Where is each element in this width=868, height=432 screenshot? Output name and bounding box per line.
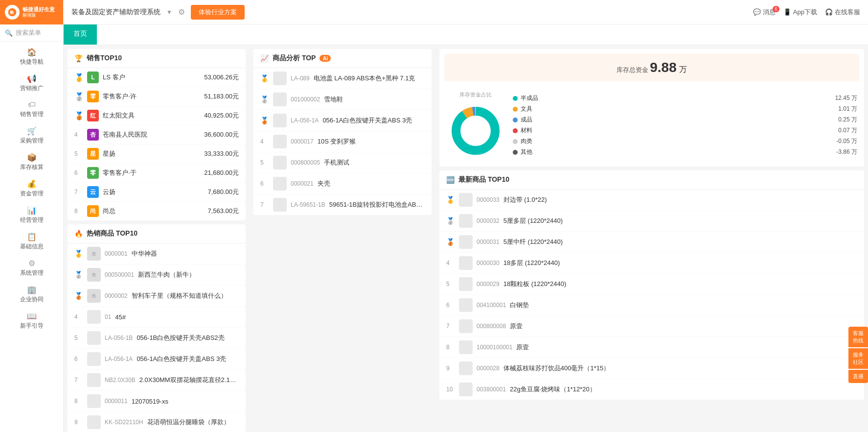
ranking-list-item[interactable]: 5 000800005 手机测试 bbox=[253, 152, 432, 173]
product-code: 10000100001 bbox=[477, 344, 512, 351]
customer-list-item[interactable]: 7 云 云扬 7,680.00元 bbox=[68, 183, 246, 202]
new-product-list-item[interactable]: 8 10000100001 原壹 bbox=[439, 337, 864, 358]
app-download-btn[interactable]: 📱 App下载 bbox=[783, 8, 817, 17]
search-menu[interactable]: 🔍 搜索菜单 bbox=[0, 24, 63, 42]
hot-product-list-item[interactable]: 8 0000011 12070519-xs bbox=[68, 391, 246, 412]
product-ranking-panel: 📈 商品分析 TOP Ai 🥇 LA-089 电池盖 LA-089 ABS本色+… bbox=[253, 49, 432, 215]
sidebar-item-base-info[interactable]: 📋 基础信息 bbox=[0, 228, 63, 255]
product-img-placeholder bbox=[87, 415, 101, 429]
customer-list-item[interactable]: 🥈 零 零售客户·许 51,183.00元 bbox=[68, 87, 246, 106]
sidebar-item-operations[interactable]: 📊 经营管理 bbox=[0, 202, 63, 228]
operations-icon: 📊 bbox=[27, 206, 37, 215]
marketing-icon: 📢 bbox=[27, 74, 37, 83]
customer-list-item[interactable]: 4 杏 苍南县人民医院 36,600.00元 bbox=[68, 125, 246, 144]
ranking-list-item[interactable]: 4 0000017 10S 变刹罗猴 bbox=[253, 131, 432, 152]
product-img-placeholder bbox=[87, 310, 101, 324]
dropdown-arrow-icon[interactable]: ▼ bbox=[166, 9, 172, 16]
sidebar-item-inventory[interactable]: 📦 库存核算 bbox=[0, 149, 63, 175]
product-name: 雪地鞋 bbox=[324, 95, 425, 104]
rank-num: 6 bbox=[74, 169, 83, 176]
legend-value: -3.86 万 bbox=[836, 148, 857, 156]
product-img-placeholder bbox=[273, 198, 287, 212]
ranking-list-item[interactable]: 🥇 LA-089 电池盖 LA-089 ABS本色+黑种 7.1克 bbox=[253, 68, 432, 89]
legend-value: 12.45 万 bbox=[835, 94, 857, 102]
inventory-title: 库存总资金 bbox=[617, 66, 648, 73]
new-product-list-item[interactable]: 10 003800001 22g鱼豆腐·烧烤味（1*12*20） bbox=[439, 379, 864, 400]
fire-icon: 🔥 bbox=[74, 230, 83, 238]
hot-product-list-item[interactable]: 5 LA-056-1B 056-1B白色按键开关壳ABS2壳 bbox=[68, 328, 246, 349]
ranking-list-item[interactable]: 7 LA-59651-1B 59651-1B旋转投影灯电池盒ABS黑色+58壳 bbox=[253, 194, 432, 215]
float-service-community[interactable]: 服务社区 bbox=[848, 348, 868, 369]
hot-product-list-item[interactable]: 9 KK-SD22110H 花语萌恒温分腿睡袋（厚款） bbox=[68, 412, 246, 432]
ranking-list-item[interactable]: 🥈 001000002 雪地鞋 bbox=[253, 89, 432, 110]
sidebar-item-system[interactable]: ⚙ 系统管理 bbox=[0, 255, 63, 281]
hot-product-list-item[interactable]: 6 LA-056-1A 056-1A白色按键开关盖ABS 3壳 bbox=[68, 349, 246, 370]
rank-icon: 🥇 bbox=[74, 250, 83, 258]
product-img-placeholder bbox=[459, 340, 473, 354]
rank-num: 5 bbox=[74, 150, 83, 157]
rank-icon: 🥈 bbox=[446, 217, 455, 225]
svg-point-6 bbox=[461, 116, 490, 145]
sidebar-nav: 🏠 快捷导航 📢 营销推广 🏷 销售管理 🛒 采购管理 📦 库存核算 💰 资金管… bbox=[0, 42, 63, 432]
customer-name: LS 客户 bbox=[103, 73, 200, 82]
new-product-list-item[interactable]: 🥈 0000032 5厘多层 (1220*2440) bbox=[439, 211, 864, 232]
ranking-list-item[interactable]: 6 0000021 夹壳 bbox=[253, 173, 432, 194]
new-product-list-item[interactable]: 4 0000030 18多层 (1220*2440) bbox=[439, 253, 864, 274]
col-mid: 📈 商品分析 TOP Ai 🥇 LA-089 电池盖 LA-089 ABS本色+… bbox=[250, 45, 435, 432]
logo-icon: 畅 bbox=[5, 5, 20, 20]
rank-icon: 🥉 bbox=[74, 292, 83, 300]
rank-icon: 🥈 bbox=[260, 96, 269, 103]
product-name: 056-1A白色按键开关盖ABS 3壳 bbox=[322, 116, 425, 125]
new-product-list-item[interactable]: 6 004100001 白钢垫 bbox=[439, 295, 864, 316]
new-product-list-item[interactable]: 9 0000028 体械荔枝味苏打饮品400毫升（1*15） bbox=[439, 358, 864, 379]
sidebar-item-sales[interactable]: 🏷 销售管理 bbox=[0, 96, 63, 122]
sidebar-item-guide[interactable]: 📖 新手引导 bbox=[0, 308, 63, 334]
new-product-list-item[interactable]: 🥇 0000033 封边带 (1.0*22) bbox=[439, 190, 864, 211]
hot-product-list-item[interactable]: 7 NB2.0X30B 2.0X30MM双摆花轴摆花直径2.1MM/ROHS bbox=[68, 370, 246, 391]
sidebar-item-enterprise[interactable]: 🏢 企业协同 bbox=[0, 281, 63, 308]
avatar: 零 bbox=[87, 167, 99, 179]
settings-icon[interactable]: ⚙ bbox=[178, 7, 185, 17]
online-service-btn[interactable]: 🎧 在线客服 bbox=[825, 8, 860, 17]
hot-product-list-item[interactable]: 🥈 图 000500001 新西兰牛肉（新牛） bbox=[68, 264, 246, 286]
sidebar-item-label: 经营管理 bbox=[20, 216, 44, 224]
hot-product-list-item[interactable]: 🥉 图 0000002 智利车子里（规格不知道填什么） bbox=[68, 286, 246, 307]
experience-btn[interactable]: 体验行业方案 bbox=[191, 5, 245, 20]
product-img-placeholder bbox=[273, 72, 287, 85]
app-name: 畅捷通好生意 bbox=[23, 6, 55, 13]
customer-list-item[interactable]: 5 星 星扬 33,333.00元 bbox=[68, 144, 246, 164]
sidebar-item-label: 资金管理 bbox=[20, 190, 44, 198]
new-product-list-item[interactable]: 5 0000029 18颗粒板 (1220*2440) bbox=[439, 274, 864, 295]
product-img: 图 bbox=[87, 268, 101, 282]
customer-list-item[interactable]: 🥉 红 红太阳文具 40,925.00元 bbox=[68, 106, 246, 125]
sidebar-item-purchase[interactable]: 🛒 采购管理 bbox=[0, 122, 63, 149]
hot-product-list-item[interactable]: 🥇 图 0000001 中华神器 bbox=[68, 243, 246, 264]
ranking-list-item[interactable]: 🥉 LA-056-1A 056-1A白色按键开关盖ABS 3壳 bbox=[253, 110, 432, 131]
product-name: 59651-1B旋转投影灯电池盒ABS黑色+58壳 bbox=[329, 200, 425, 209]
float-customer-service[interactable]: 客服热线 bbox=[848, 327, 868, 347]
sidebar-item-quick-nav[interactable]: 🏠 快捷导航 bbox=[0, 44, 63, 70]
tab-home[interactable]: 首页 bbox=[64, 24, 97, 45]
phone-icon: 📱 bbox=[783, 8, 791, 16]
new-products-header: 🆕 最新商品 TOP10 bbox=[439, 170, 864, 190]
hot-products-list: 🥇 图 0000001 中华神器 🥈 图 000500001 新西兰牛肉（新牛）… bbox=[68, 243, 246, 432]
rank-num: 6 bbox=[260, 180, 269, 187]
messages-btn[interactable]: 💬 消息 6 bbox=[753, 8, 776, 17]
float-live[interactable]: 直播 bbox=[848, 370, 868, 383]
sidebar-item-finance[interactable]: 💰 资金管理 bbox=[0, 175, 63, 202]
legend-dot bbox=[513, 118, 518, 122]
product-name: 花语萌恒温分腿睡袋（厚款） bbox=[147, 418, 239, 427]
product-code: LA-056-1A bbox=[291, 117, 319, 124]
customer-list-item[interactable]: 8 尚 尚总 7,563.00元 bbox=[68, 202, 246, 220]
rank-num: 9 bbox=[446, 365, 455, 372]
topbar: 装备及固定资产辅助管理系统 ▼ ⚙ 体验行业方案 💬 消息 6 📱 App下载 … bbox=[64, 0, 868, 24]
sidebar-item-marketing[interactable]: 📢 营销推广 bbox=[0, 70, 63, 96]
new-product-list-item[interactable]: 7 000800008 原壹 bbox=[439, 316, 864, 337]
customers-list: 🥇 L LS 客户 53,006.26元 🥈 零 零售客户·许 51,183.0… bbox=[68, 68, 246, 220]
hot-product-list-item[interactable]: 4 01 45# bbox=[68, 307, 246, 328]
product-code: 0000021 bbox=[291, 180, 314, 187]
customer-list-item[interactable]: 🥇 L LS 客户 53,006.26元 bbox=[68, 68, 246, 87]
customer-list-item[interactable]: 6 零 零售客户·于 21,680.00元 bbox=[68, 164, 246, 183]
inventory-panel: 库存总资金 9.88 万 库存资金占比 bbox=[439, 49, 864, 167]
new-product-list-item[interactable]: 🥉 0000031 5厘中纤 (1220*2440) bbox=[439, 232, 864, 253]
